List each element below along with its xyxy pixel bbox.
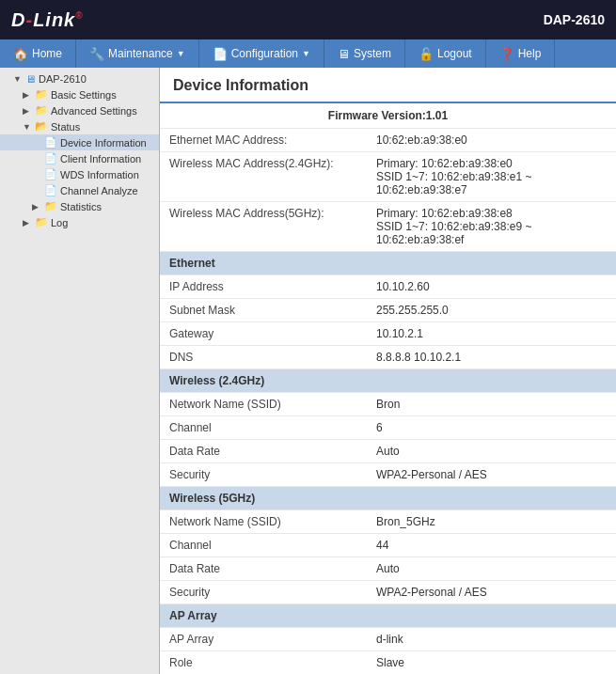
table-row: Channel6 bbox=[160, 416, 616, 440]
sidebar-item-channel[interactable]: 📄 Channel Analyze bbox=[0, 182, 159, 198]
header: D-Link® DAP-2610 bbox=[0, 0, 616, 39]
table-row: Subnet Mask255.255.255.0 bbox=[160, 299, 616, 322]
help-icon: ❓ bbox=[499, 47, 514, 61]
table-row: Ethernet MAC Address:10:62:eb:a9:38:e0 bbox=[160, 129, 616, 152]
nav-maintenance[interactable]: 🔧 Maintenance ▼ bbox=[76, 39, 199, 68]
firmware-row: Firmware Version:1.01 bbox=[160, 103, 616, 129]
nav-home[interactable]: 🏠 Home bbox=[0, 39, 76, 68]
nav-configuration-label: Configuration bbox=[231, 47, 298, 60]
sidebar-label-device-info: Device Information bbox=[60, 137, 147, 149]
sidebar-item-advanced[interactable]: ▶ 📁 Advanced Settings bbox=[0, 102, 159, 118]
folder-icon-log: 📁 bbox=[35, 216, 48, 228]
info-table: Firmware Version:1.01Ethernet MAC Addres… bbox=[160, 103, 616, 674]
sidebar-item-statistics[interactable]: ▶ 📁 Statistics bbox=[0, 198, 159, 214]
expand-icon6: ▶ bbox=[23, 218, 32, 227]
row-value: 6 bbox=[367, 416, 616, 440]
sidebar-label-client-info: Client Information bbox=[60, 153, 141, 165]
sidebar-item-client-info[interactable]: 📄 Client Information bbox=[0, 150, 159, 166]
folder-icon-basic: 📁 bbox=[35, 88, 48, 101]
table-row: Data RateAuto bbox=[160, 440, 616, 463]
sidebar-item-dap[interactable]: ▼ 🖥 DAP-2610 bbox=[0, 71, 159, 86]
section-header-cell: Wireless (5GHz) bbox=[160, 487, 616, 510]
table-row: SecurityWPA2-Personal / AES bbox=[160, 581, 616, 604]
row-value: Bron_5GHz bbox=[367, 510, 616, 534]
expand-icon3: ▶ bbox=[23, 106, 32, 116]
row-label: Data Rate bbox=[160, 440, 367, 463]
file-icon-client: 📄 bbox=[44, 152, 57, 165]
table-row: Wireless MAC Address(5GHz):Primary: 10:6… bbox=[160, 202, 616, 252]
table-row: Wireless (2.4GHz) bbox=[160, 369, 616, 393]
sidebar-label-status: Status bbox=[51, 121, 80, 133]
nav-system[interactable]: 🖥 System bbox=[324, 39, 405, 68]
row-value: Auto bbox=[367, 440, 616, 463]
table-row: Ethernet bbox=[160, 252, 616, 275]
file-icon-device: 📄 bbox=[44, 136, 57, 149]
row-label: Subnet Mask bbox=[160, 299, 367, 322]
row-value: 10:62:eb:a9:38:e0 bbox=[367, 129, 616, 152]
main-layout: ▼ 🖥 DAP-2610 ▶ 📁 Basic Settings ▶ 📁 Adva… bbox=[0, 68, 616, 674]
home-icon: 🏠 bbox=[13, 47, 28, 61]
maintenance-icon: 🔧 bbox=[89, 47, 104, 61]
row-value: 44 bbox=[367, 534, 616, 557]
row-label: Channel bbox=[160, 534, 367, 557]
table-row: SecurityWPA2-Personal / AES bbox=[160, 463, 616, 487]
logo: D-Link® bbox=[11, 9, 84, 31]
computer-icon: 🖥 bbox=[25, 73, 36, 85]
nav-configuration[interactable]: 📄 Configuration ▼ bbox=[199, 39, 324, 68]
row-value: Primary: 10:62:eb:a9:38:e0SSID 1~7: 10:6… bbox=[367, 152, 616, 202]
nav-home-label: Home bbox=[32, 47, 62, 60]
nav-help-label: Help bbox=[518, 47, 542, 60]
table-row: RoleSlave bbox=[160, 651, 616, 675]
folder-icon-advanced: 📁 bbox=[35, 104, 48, 117]
table-row: Network Name (SSID)Bron bbox=[160, 393, 616, 416]
navbar: 🏠 Home 🔧 Maintenance ▼ 📄 Configuration ▼… bbox=[0, 39, 616, 68]
table-row: Gateway10.10.2.1 bbox=[160, 322, 616, 346]
table-row: AP Array bbox=[160, 604, 616, 628]
configuration-icon: 📄 bbox=[213, 47, 228, 61]
nav-maintenance-label: Maintenance bbox=[108, 47, 173, 60]
row-label: Role bbox=[160, 651, 367, 675]
row-label: Wireless MAC Address(5GHz): bbox=[160, 202, 367, 252]
chevron-down-icon2: ▼ bbox=[302, 49, 310, 58]
row-value: 10.10.2.1 bbox=[367, 322, 616, 346]
expand-icon4: ▼ bbox=[23, 122, 32, 132]
row-label: Data Rate bbox=[160, 557, 367, 581]
table-row: AP Arrayd-link bbox=[160, 628, 616, 651]
nav-help[interactable]: ❓ Help bbox=[486, 39, 556, 68]
row-label: Network Name (SSID) bbox=[160, 393, 367, 416]
row-label: Gateway bbox=[160, 322, 367, 346]
table-row: DNS8.8.8.8 10.10.2.1 bbox=[160, 346, 616, 369]
folder-icon-stats: 📁 bbox=[44, 200, 57, 212]
nav-system-label: System bbox=[354, 47, 391, 60]
row-label: Ethernet MAC Address: bbox=[160, 129, 367, 152]
row-label: AP Array bbox=[160, 628, 367, 651]
table-row: Network Name (SSID)Bron_5GHz bbox=[160, 510, 616, 534]
table-row: Wireless (5GHz) bbox=[160, 487, 616, 510]
section-header-cell: Wireless (2.4GHz) bbox=[160, 369, 616, 393]
row-label: DNS bbox=[160, 346, 367, 369]
model-label: DAP-2610 bbox=[544, 12, 605, 27]
row-label: Security bbox=[160, 581, 367, 604]
folder-icon-status: 📂 bbox=[35, 120, 48, 133]
nav-logout[interactable]: 🔓 Logout bbox=[405, 39, 486, 68]
row-value: Auto bbox=[367, 557, 616, 581]
row-value: 10.10.2.60 bbox=[367, 275, 616, 299]
sidebar-item-status[interactable]: ▼ 📂 Status bbox=[0, 118, 159, 134]
sidebar: ▼ 🖥 DAP-2610 ▶ 📁 Basic Settings ▶ 📁 Adva… bbox=[0, 68, 160, 674]
row-value: 8.8.8.8 10.10.2.1 bbox=[367, 346, 616, 369]
section-header-cell: Ethernet bbox=[160, 252, 616, 275]
sidebar-item-wds-info[interactable]: 📄 WDS Information bbox=[0, 166, 159, 182]
row-label: IP Address bbox=[160, 275, 367, 299]
table-row: Channel44 bbox=[160, 534, 616, 557]
row-value: Slave bbox=[367, 651, 616, 675]
file-icon-wds: 📄 bbox=[44, 168, 57, 180]
row-value: Bron bbox=[367, 393, 616, 416]
row-value: Primary: 10:62:eb:a9:38:e8SSID 1~7: 10:6… bbox=[367, 202, 616, 252]
sidebar-item-device-info[interactable]: 📄 Device Information bbox=[0, 134, 159, 150]
row-value: WPA2-Personal / AES bbox=[367, 581, 616, 604]
sidebar-item-log[interactable]: ▶ 📁 Log bbox=[0, 214, 159, 230]
logout-icon: 🔓 bbox=[419, 47, 434, 61]
content-area: Device Information Firmware Version:1.01… bbox=[160, 68, 616, 674]
row-value: WPA2-Personal / AES bbox=[367, 463, 616, 487]
sidebar-item-basic[interactable]: ▶ 📁 Basic Settings bbox=[0, 86, 159, 102]
